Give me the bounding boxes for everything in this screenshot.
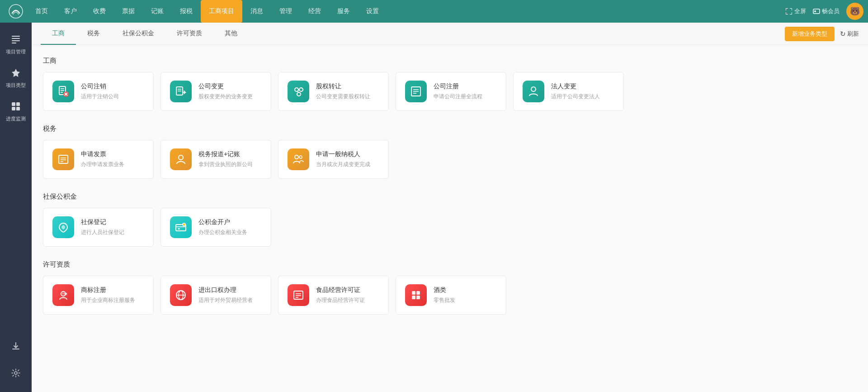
card-icon-股权转让: [288, 81, 309, 102]
nav-item-首页[interactable]: 首页: [27, 0, 56, 23]
sidebar-item-progress[interactable]: 进度监测: [0, 94, 32, 128]
svg-point-31: [295, 88, 298, 91]
nav-item-设置[interactable]: 设置: [358, 0, 387, 23]
cards-grid-工商: 公司注销适用于注销公司公司变更股权变更外的业务变更股权转让公司变更需要股权转让公…: [43, 72, 857, 111]
nav-item-消息[interactable]: 消息: [242, 0, 271, 23]
card-icon-公司变更: [170, 81, 192, 102]
card-icon-公司注册: [405, 81, 427, 102]
svg-rect-17: [16, 102, 20, 106]
svg-point-47: [299, 156, 302, 158]
card-desc-text: 公司变更需要股权转让: [316, 93, 379, 100]
sidebar-label: 进度监测: [6, 115, 26, 122]
tab-其他[interactable]: 其他: [213, 23, 249, 45]
sidebar-download[interactable]: [7, 334, 25, 359]
svg-point-33: [297, 92, 301, 96]
new-business-type-button[interactable]: 新增业务类型: [785, 27, 835, 41]
nav-item-客户[interactable]: 客户: [56, 0, 85, 23]
tab-bar: 工商税务社保公积金许可资质其他 新增业务类型 ↻ 刷新: [32, 23, 868, 45]
section-title-社保公积金: 社保公积金: [43, 192, 857, 201]
svg-point-0: [9, 5, 23, 18]
mascot-avatar: 🐻: [846, 3, 863, 20]
card-公司注册[interactable]: 公司注册申请公司注册全流程: [396, 72, 506, 111]
sidebar-item-project-type[interactable]: 项目类型: [0, 61, 32, 94]
card-desc-text: 办理食品经营许可证: [316, 296, 379, 304]
svg-rect-64: [416, 296, 420, 299]
card-info: 申请发票办理申请发票业务: [81, 150, 144, 168]
nav-right: 全屏 畅会员 🐻: [785, 3, 863, 20]
sidebar-bottom: [7, 334, 25, 392]
card-info: 税务报道+记账拿到营业执照的新公司: [198, 150, 262, 168]
card-icon-社保登记: [52, 216, 74, 238]
nav-item-工商项目[interactable]: 工商项目: [201, 0, 242, 23]
svg-text:TM: TM: [62, 292, 67, 296]
card-商标注册[interactable]: TM商标注册用于企业商标注册服务: [43, 276, 154, 315]
tab-许可资质[interactable]: 许可资质: [165, 23, 213, 45]
nav-item-记账[interactable]: 记账: [143, 0, 172, 23]
tab-actions: 新增业务类型 ↻ 刷新: [785, 27, 859, 41]
card-info: 食品经营许可证办理食品经营许可证: [316, 286, 379, 304]
tabs: 工商税务社保公积金许可资质其他: [41, 23, 249, 45]
download-icon: [9, 339, 23, 353]
member-button[interactable]: 畅会员: [813, 7, 840, 15]
nav-item-收费[interactable]: 收费: [85, 0, 114, 23]
card-公积金开户[interactable]: 公积金开户办理公积金相关业务: [160, 208, 271, 247]
card-食品经营许可证[interactable]: 食品经营许可证办理食品经营许可证: [278, 276, 389, 315]
fullscreen-button[interactable]: 全屏: [785, 7, 806, 15]
svg-rect-11: [12, 36, 20, 37]
card-icon-进出口权办理: [170, 284, 192, 306]
card-法人变更[interactable]: 法人变更适用于公司变更法人: [513, 72, 624, 111]
card-info: 公司注册申请公司注册全流程: [434, 82, 497, 100]
card-icon-法人变更: [523, 81, 544, 102]
card-title-text: 公司注销: [81, 82, 144, 91]
svg-rect-16: [12, 102, 15, 106]
refresh-icon: ↻: [840, 30, 846, 38]
tab-工商[interactable]: 工商: [41, 23, 76, 45]
card-股权转让[interactable]: 股权转让公司变更需要股权转让: [278, 72, 389, 111]
card-info: 股权转让公司变更需要股权转让: [316, 82, 379, 100]
svg-point-10: [814, 10, 816, 12]
content-area: 工商税务社保公积金许可资质其他 新增业务类型 ↻ 刷新 工商公司注销适用于注销公…: [32, 23, 868, 392]
card-info: 法人变更适用于公司变更法人: [551, 82, 614, 100]
card-title-text: 法人变更: [551, 82, 614, 91]
settings-icon: [9, 366, 23, 380]
nav-item-票据[interactable]: 票据: [114, 0, 143, 23]
svg-rect-2: [786, 8, 786, 10]
svg-rect-4: [792, 8, 792, 10]
card-进出口权办理[interactable]: 进出口权办理适用于对外贸易经营者: [160, 276, 271, 315]
card-title-text: 申请发票: [81, 150, 144, 158]
card-info: 申请一般纳税人当月或次月成变更完成: [316, 150, 379, 168]
nav-item-经营[interactable]: 经营: [300, 0, 329, 23]
card-desc-text: 用于企业商标注册服务: [81, 296, 144, 304]
progress-icon: [9, 100, 23, 113]
card-title-text: 公积金开户: [198, 218, 262, 226]
nav-item-报税[interactable]: 报税: [172, 0, 201, 23]
nav-item-管理[interactable]: 管理: [271, 0, 300, 23]
sidebar: 项目管理 项目类型 进度监测: [0, 23, 32, 392]
card-酒类[interactable]: 酒类零售批发: [396, 276, 506, 315]
card-icon-商标注册: TM: [52, 284, 74, 306]
card-公司变更[interactable]: 公司变更股权变更外的业务变更: [160, 72, 271, 111]
card-社保登记[interactable]: 社保登记进行人员社保登记: [43, 208, 154, 247]
nav-items: 首页客户收费票据记账报税工商项目消息管理经营服务设置: [27, 0, 785, 23]
card-税务报道+记账[interactable]: 税务报道+记账拿到营业执照的新公司: [160, 140, 271, 179]
project-type-icon: [9, 66, 23, 80]
svg-point-40: [531, 87, 536, 91]
card-申请一般纳税人[interactable]: 申请一般纳税人当月或次月成变更完成: [278, 140, 389, 179]
svg-rect-57: [294, 291, 303, 299]
nav-item-服务[interactable]: 服务: [329, 0, 358, 23]
card-申请发票[interactable]: 申请发票办理申请发票业务: [43, 140, 154, 179]
card-desc-text: 适用于注销公司: [81, 93, 144, 100]
refresh-button[interactable]: ↻ 刷新: [840, 30, 859, 38]
svg-rect-63: [412, 296, 415, 299]
svg-point-46: [295, 155, 298, 159]
card-info: 社保登记进行人员社保登记: [81, 218, 144, 236]
sidebar-settings[interactable]: [7, 361, 25, 385]
cards-grid-税务: 申请发票办理申请发票业务税务报道+记账拿到营业执照的新公司申请一般纳税人当月或次…: [43, 140, 857, 179]
scroll-content[interactable]: 工商公司注销适用于注销公司公司变更股权变更外的业务变更股权转让公司变更需要股权转…: [32, 45, 868, 392]
card-公司注销[interactable]: 公司注销适用于注销公司: [43, 72, 154, 111]
tab-税务[interactable]: 税务: [76, 23, 111, 45]
card-info: 公司变更股权变更外的业务变更: [198, 82, 262, 100]
tab-社保公积金[interactable]: 社保公积金: [111, 23, 165, 45]
sidebar-item-project-management[interactable]: 项目管理: [0, 27, 32, 61]
card-icon-酒类: [405, 284, 427, 306]
